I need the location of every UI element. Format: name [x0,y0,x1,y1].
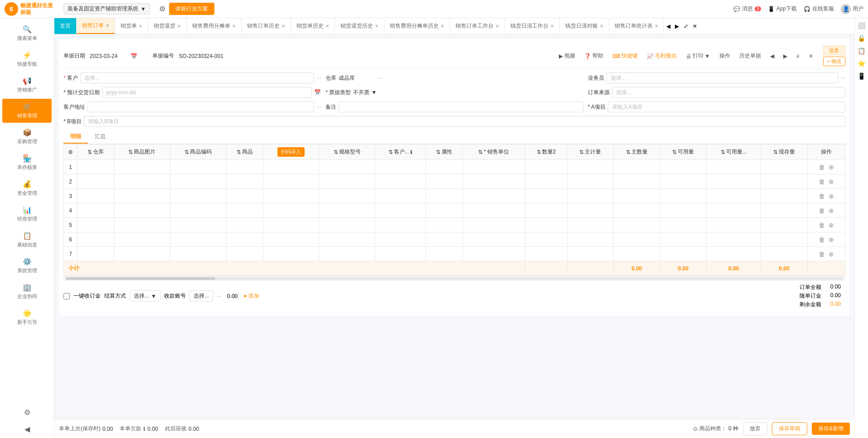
sidebar-item-operations[interactable]: 📊 经营管理 [2,202,52,226]
th-main-qty[interactable]: ⇅主数量 [614,144,660,160]
row-customer-code-4[interactable] [375,203,426,218]
row-sales-unit-1[interactable] [462,160,525,174]
row-product-6[interactable] [226,232,263,247]
customer-dots-btn[interactable]: ··· [316,75,321,81]
tab-close-icon[interactable]: ✕ [655,24,658,29]
tab-fee-split[interactable]: 销售费用分摊单 ✕ [187,18,242,34]
row-qty2-5[interactable] [525,218,567,232]
row-available2-3[interactable] [706,189,761,203]
address-input[interactable] [87,101,314,112]
tab-cash-reconcile[interactable]: 钱货日清对账 ✕ [560,18,609,34]
row-product-img-5[interactable] [114,218,170,232]
tab-home[interactable]: 首页 [54,18,77,34]
tab-close-icon[interactable]: ✕ [325,24,329,29]
row-sales-unit-5[interactable] [462,218,525,232]
one-click-checkbox[interactable] [63,293,70,299]
row-available2-2[interactable] [706,174,761,189]
right-panel-icon-4[interactable]: ⭐ [858,60,865,67]
tab-next-btn[interactable]: ▶ [673,23,681,29]
row-main-qty-2[interactable] [614,174,660,189]
app-download-item[interactable]: 📱 App下载 [768,5,797,13]
tab-close-icon[interactable]: ✕ [281,24,285,29]
row-scan-2[interactable] [263,174,319,189]
th-spec[interactable]: ⇅规格型号 [319,144,375,160]
row-product-code-4[interactable] [170,203,226,218]
row-available-1[interactable] [660,160,706,174]
row-available-2[interactable] [660,174,706,189]
row-product-1[interactable] [226,160,263,174]
right-panel-icon-2[interactable]: 🔒 [858,34,865,42]
row-warehouse-7[interactable] [78,247,114,261]
tab-prev-btn[interactable]: ◀ [664,23,673,29]
row-scan-1[interactable] [263,160,319,174]
row-customer-code-1[interactable] [375,160,426,174]
th-sales-unit[interactable]: ⇅* 销售单位 [462,144,525,160]
address-dots-btn[interactable]: ··· [316,104,321,110]
close-doc-btn[interactable]: ✕ [806,52,816,60]
sidebar-item-system[interactable]: ⚙️ 系统管理 [2,254,52,278]
row-warehouse-6[interactable] [78,232,114,247]
delete-row-btn[interactable]: 🗑 [818,236,826,243]
system-selector[interactable]: 装备及固定资产辅助管理系统 ▼ [63,3,150,14]
row-qty2-1[interactable] [525,160,567,174]
row-product-code-6[interactable] [170,232,226,247]
tab-close-icon[interactable]: ✕ [441,24,444,29]
th-customer-code[interactable]: ⇅客户...ℹ [375,144,426,160]
row-qty2-7[interactable] [525,247,567,261]
row-warehouse-1[interactable] [78,160,114,174]
row-attr-5[interactable] [426,218,462,232]
row-product-7[interactable] [226,247,263,261]
row-sales-unit-2[interactable] [462,174,525,189]
delete-row-btn[interactable]: 🗑 [818,207,826,214]
horizontal-scrollbar[interactable] [63,276,845,280]
payment-method-select[interactable]: 选择... ▼ [130,290,160,302]
row-qty2-3[interactable] [525,189,567,203]
row-current-stock-4[interactable] [761,203,807,218]
sidebar-item-basic-info[interactable]: 📋 基础信息 [2,228,52,252]
shortcut-btn[interactable]: ⌨ 快捷键 [610,51,640,61]
message-item[interactable]: 💬 消息 9 [733,5,761,13]
th-product-img[interactable]: ⇅商品图片 [114,144,170,160]
row-spec-6[interactable] [319,232,375,247]
row-main-qty-6[interactable] [614,232,660,247]
row-sales-unit-3[interactable] [462,189,525,203]
row-warehouse-5[interactable] [78,218,114,232]
delete-row-btn[interactable]: 🗑 [818,178,826,185]
row-main-qty-5[interactable] [614,218,660,232]
row-available-7[interactable] [660,247,706,261]
row-attr-6[interactable] [426,232,462,247]
row-current-stock-1[interactable] [761,160,807,174]
save-draft-button[interactable]: 保存草稿 [772,422,807,435]
row-current-stock-7[interactable] [761,247,807,261]
tab-close-icon[interactable]: ✕ [375,24,378,29]
scan-entry-btn[interactable]: 扫码录入 [277,147,305,157]
row-product-2[interactable] [226,174,263,189]
row-customer-code-7[interactable] [375,247,426,261]
account-select[interactable]: 选择... [189,290,213,302]
sidebar-item-inventory[interactable]: 🏪 库存核算 [2,150,52,174]
next-doc-btn[interactable]: ▶ [781,52,790,60]
tab-sales-stats[interactable]: 销售订单统计表 ✕ [609,18,664,34]
tab-summary[interactable]: 汇总 [88,130,112,144]
row-main-unit-6[interactable] [567,232,613,247]
row-warehouse-2[interactable] [78,174,114,189]
scroll-thumb[interactable] [66,277,215,280]
row-scan-6[interactable] [263,232,319,247]
history-doc-btn[interactable]: 历史单据 [737,51,764,61]
row-product-img-7[interactable] [114,247,170,261]
delete-row-btn[interactable]: 🗑 [818,250,826,258]
copy-row-btn[interactable]: ⊕ [828,250,835,258]
tab-close-icon[interactable]: ✕ [177,24,181,29]
tab-close-all-btn[interactable]: ✕ [690,23,699,29]
sidebar-settings-btn[interactable]: ⚙ [2,404,52,420]
right-panel-icon-1[interactable]: ⬜ [858,22,865,29]
tab-close-icon[interactable]: ✕ [550,24,554,29]
th-available[interactable]: ⇅可用量 [660,144,706,160]
row-qty2-2[interactable] [525,174,567,189]
copy-row-btn[interactable]: ⊕ [828,207,835,214]
row-spec-7[interactable] [319,247,375,261]
tab-detail[interactable]: 明细 [63,130,88,144]
row-spec-1[interactable] [319,160,375,174]
tab-close-icon[interactable]: ✕ [232,24,236,29]
customer-input[interactable] [80,72,314,83]
